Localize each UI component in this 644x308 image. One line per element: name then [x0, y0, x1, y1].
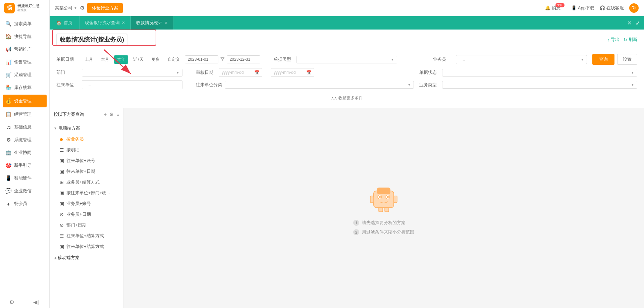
partner-label: 往来单位	[56, 82, 76, 88]
date-from-input[interactable]	[185, 55, 218, 63]
scheme-item-partner-dept-collect[interactable]: ▣ 按往来单位+部门+收...	[50, 188, 123, 198]
date-tab-custom[interactable]: 自定义	[165, 55, 183, 64]
scheme-add-button[interactable]: +	[104, 112, 107, 117]
tab-home[interactable]: 🏠 首页	[50, 16, 79, 30]
scheme-item-dept-date[interactable]: ⊙ 部门+日期	[50, 220, 123, 230]
scheme-settings-button[interactable]: ⚙	[109, 112, 114, 117]
tab-collection[interactable]: 收款情况统计 ✕	[131, 16, 173, 30]
date-tab-lastmonth[interactable]: 上月	[82, 55, 96, 64]
tab-bank-close[interactable]: ✕	[122, 20, 125, 25]
user-avatar[interactable]: Rit	[629, 3, 639, 13]
trial-button[interactable]: 体验行业方案	[87, 3, 123, 13]
inventory-icon: 🏪	[5, 85, 11, 91]
sidebar-item-hardware[interactable]: 📱 智能硬件	[0, 172, 49, 185]
salesperson-select[interactable]: ... ▼	[456, 55, 587, 64]
scheme-item-label-7: 业务员+日期	[66, 211, 91, 217]
sidebar-item-marketing[interactable]: 📢 营销推广	[0, 43, 49, 56]
export-button[interactable]: ↑ 导出	[607, 37, 620, 43]
scheme-item-icon-0	[59, 137, 64, 142]
scheme-item-salesperson-settlement[interactable]: ⊞ 业务员+结算方式	[50, 177, 123, 188]
sidebar-item-vip-label: 畅会员	[14, 201, 27, 207]
user-info[interactable]: 某某公司 ▼	[55, 5, 77, 11]
scheme-list: ▼ 电脑端方案 按业务员 ☰ 按明细	[50, 121, 123, 308]
settings-icon[interactable]: ⚙	[80, 5, 85, 11]
sidebar-item-enterprise[interactable]: 🏢 企业协同	[0, 146, 49, 159]
sidebar-item-purchase[interactable]: 🛒 采购管理	[0, 68, 49, 81]
sidebar-footer: ⚙ ◀‖	[0, 296, 49, 308]
scheme-group-desktop-header[interactable]: ▼ 电脑端方案	[50, 122, 123, 134]
tab-maximize-icon[interactable]: ⤢	[636, 20, 640, 26]
date-tab-more[interactable]: 更多	[149, 55, 163, 64]
scheme-item-partner-settlement1[interactable]: ☰ 往来单位+结算方式	[50, 230, 123, 241]
online-service-button[interactable]: 🎧 在线客服	[600, 5, 624, 11]
scheme-item-by-details[interactable]: ☰ 按明细	[50, 145, 123, 155]
sidebar-footer-settings[interactable]: ⚙	[9, 299, 14, 305]
messages-button[interactable]: 🔔 消息 99+	[545, 5, 560, 11]
audit-date-group: yyyy-mm-dd 📅 — yyyy-mm-dd 📅	[219, 68, 314, 77]
partner-more-btn[interactable]: ...	[88, 82, 91, 87]
scheme-group-mobile-header[interactable]: ▶ 移动端方案	[50, 252, 123, 263]
app-download-button[interactable]: 📱 App下载	[571, 5, 594, 11]
collapse-filters-button[interactable]: ∧∧ 收起更多条件	[56, 93, 637, 104]
date-to-input[interactable]	[227, 55, 260, 63]
refresh-button[interactable]: ↻ 刷新	[624, 37, 637, 43]
tab-bank[interactable]: 现金银行流水查询 ✕	[79, 16, 131, 30]
sidebar-item-vip[interactable]: ♦ 畅会员	[0, 197, 49, 210]
scheme-item-label-9: 往来单位+结算方式	[66, 233, 104, 239]
biz-type-select[interactable]: ▼	[442, 81, 637, 89]
scheme-collapse-button[interactable]: «	[116, 112, 119, 117]
wechat-icon: 💬	[5, 188, 11, 194]
set-button[interactable]: 设置	[617, 54, 637, 65]
dept-select[interactable]: ▼	[82, 69, 182, 76]
tab-close-window-icon[interactable]: ✕	[627, 20, 632, 26]
partner-category-select[interactable]: ▼	[225, 81, 414, 89]
partner-select[interactable]: ...	[82, 80, 182, 89]
scheme-item-salesperson-date[interactable]: ⊙ 业务员+日期	[50, 209, 123, 220]
scheme-item-label-0: 按业务员	[66, 136, 84, 142]
biz-type-arrow: ▼	[631, 83, 634, 87]
sidebar-item-system-label: 系统管理	[14, 137, 32, 143]
search-icon: 🔍	[5, 21, 11, 27]
scheme-item-by-salesperson[interactable]: 按业务员	[50, 134, 123, 145]
doc-type-select[interactable]: ▼	[297, 56, 397, 63]
active-dot	[60, 138, 63, 141]
sidebar-item-system[interactable]: ⚙ 系统管理	[0, 134, 49, 146]
date-tab-thismonth[interactable]: 本月	[98, 55, 112, 64]
sidebar-item-guide-label: 新手引导	[14, 162, 32, 168]
date-label: 单据日期	[56, 56, 76, 62]
sidebar-item-basicinfo[interactable]: 🗂 基础信息	[0, 121, 49, 134]
scheme-item-salesperson-account[interactable]: ▣ 业务员+账号	[50, 198, 123, 209]
sidebar-item-finance[interactable]: 💰 资金管理	[3, 95, 47, 107]
date-tab-thisyear[interactable]: 本年	[114, 55, 128, 64]
sidebar-item-sales[interactable]: 📊 销售管理	[0, 56, 49, 68]
filter-row-1: 单据日期 上月 本月 本年 近7天 更多 自定义 至 单据类型 ▼	[56, 54, 637, 65]
tab-collection-close[interactable]: ✕	[164, 20, 168, 25]
scheme-item-icon-1: ☰	[59, 147, 64, 153]
sidebar-item-wechat[interactable]: 💬 企业微信	[0, 185, 49, 197]
online-service-label: 在线客服	[606, 5, 624, 11]
service-icon: 🎧	[600, 5, 605, 10]
salesperson-arrow: ▼	[581, 58, 584, 61]
salesperson-more-btn[interactable]: ...	[462, 57, 465, 62]
audit-date-to-input[interactable]: yyyy-mm-dd 📅	[271, 68, 314, 77]
date-tab-7days[interactable]: 近7天	[130, 55, 147, 64]
scheme-item-partner-settlement2[interactable]: ▣ 往来单位+结算方式	[50, 241, 123, 252]
audit-date-label: 审核日期	[196, 69, 216, 75]
audit-date-from-input[interactable]: yyyy-mm-dd 📅	[219, 68, 262, 77]
scheme-group-mobile-label: 移动端方案	[58, 255, 79, 261]
sidebar-item-inventory[interactable]: 🏪 库存核算	[0, 81, 49, 94]
sidebar-item-search[interactable]: 🔍 搜索菜单	[0, 17, 49, 30]
sidebar-item-guide[interactable]: 🎯 新手引导	[0, 159, 49, 172]
sidebar-item-quicknav-label: 快捷导航	[14, 34, 32, 40]
logo-text-group: 畅捷通好生意 标准版	[17, 3, 40, 12]
scheme-item-icon-6: ▣	[59, 201, 64, 206]
sidebar-footer-collapse[interactable]: ◀‖	[33, 299, 40, 305]
download-icon: 📱	[571, 5, 577, 10]
top-header-right: 🔔 消息 99+ 📱 App下载 🎧 在线客服 Rit	[545, 3, 639, 13]
query-button[interactable]: 查询	[592, 54, 614, 65]
scheme-item-partner-account[interactable]: ▣ 往来单位+账号	[50, 155, 123, 166]
doc-status-select[interactable]: ▼	[442, 69, 637, 76]
scheme-item-partner-date[interactable]: ▣ 往来单位+日期	[50, 166, 123, 177]
sidebar-item-quicknav[interactable]: 🏠 快捷导航	[0, 30, 49, 43]
sidebar-item-operations[interactable]: 📋 经营管理	[0, 108, 49, 121]
